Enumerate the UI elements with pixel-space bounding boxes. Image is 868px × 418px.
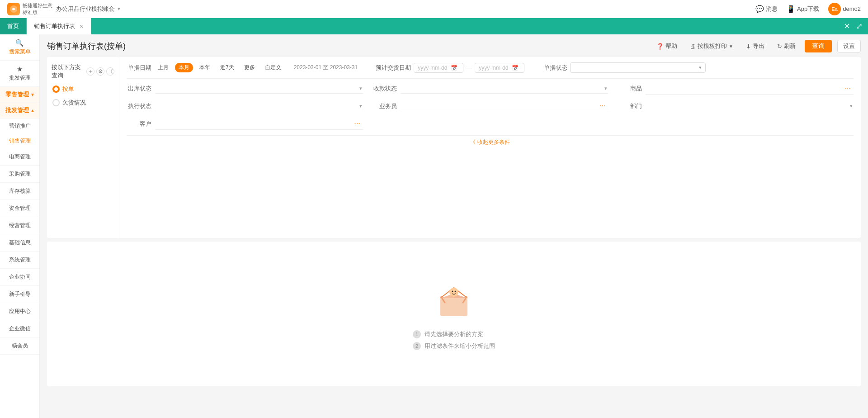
refresh-btn[interactable]: ↻ 刷新 [774, 40, 799, 52]
sidebar-item-wechat[interactable]: 企业微信 [0, 320, 39, 337]
query-btn[interactable]: 查询 [805, 40, 832, 52]
sidebar-item-retail[interactable]: 零售管理 ▾ [0, 87, 39, 103]
payment-status-select[interactable]: ▾ [401, 84, 609, 94]
salesperson-label: 业务员 [372, 102, 397, 110]
filter-payment-status: 收款状态 ▾ [372, 82, 609, 95]
department-select[interactable]: ▾ [646, 101, 854, 111]
window-expand-icon[interactable]: ⤢ [856, 21, 863, 31]
operations-label: 经营管理 [9, 222, 31, 229]
sidebar-item-system[interactable]: 系统管理 [0, 252, 39, 269]
calendar-icon-2: 📅 [512, 65, 519, 71]
sidebar-retail-label: 零售管理 [5, 90, 29, 99]
shortcut-7days[interactable]: 近7天 [217, 63, 238, 72]
scheme-settings-btn[interactable]: ⚙ [96, 67, 104, 76]
avatar-text: Ea [832, 6, 838, 12]
app-download-btn[interactable]: 📱 App下载 [787, 5, 819, 13]
collapse-more-label: 收起更多条件 [477, 138, 510, 146]
sidebar-item-purchase[interactable]: 采购管理 [0, 166, 39, 183]
sidebar-item-marketing[interactable]: 营销推广 [0, 119, 39, 133]
chevron-icon-3: ▾ [359, 103, 362, 109]
empty-icon [431, 278, 476, 323]
settings-btn[interactable]: 设置 [837, 40, 861, 52]
export-icon: ⬇ [746, 43, 751, 50]
filter-salesperson: 业务员 ··· [372, 100, 609, 112]
window-close-icon[interactable]: ✕ [844, 21, 850, 31]
print-icon: 🖨 [690, 43, 696, 50]
inventory-label: 库存核算 [9, 187, 31, 195]
scheme-title: 按以下方案查询 [52, 63, 86, 80]
salesperson-ellipsis-btn[interactable]: ··· [598, 102, 607, 110]
chevron-icon-4: ▾ [850, 103, 853, 109]
expected-end-date[interactable]: yyyy-mm-dd 📅 [475, 63, 524, 73]
scheme-add-btn[interactable]: + [86, 67, 94, 76]
help-icon: ❓ [656, 43, 664, 50]
sidebar-item-appcenter[interactable]: 应用中心 [0, 303, 39, 320]
print-btn[interactable]: 🖨 按模板打印 ▼ [686, 40, 737, 52]
filter-expected-date: 预计交货日期 yyyy-mm-dd 📅 — yyyy-mm-dd 📅 [376, 63, 524, 73]
sidebar-item-operations[interactable]: 经营管理 [0, 217, 39, 234]
user-avatar-area[interactable]: Ea demo2 [828, 3, 861, 15]
sidebar-search[interactable]: 🔍 搜索菜单 [0, 34, 39, 61]
filter-execution-status: 执行状态 ▾ [127, 100, 363, 112]
inner-layout: 按以下方案查询 + ⚙ 《 按单 欠货情况 [47, 57, 861, 238]
product-ellipsis-btn[interactable]: ··· [843, 84, 853, 92]
doc-status-select[interactable]: ▾ [570, 62, 706, 73]
filter-row-3: 执行状态 ▾ 业务员 ··· 部门 [127, 100, 854, 112]
sidebar-item-basic[interactable]: 基础信息 [0, 234, 39, 252]
collapse-icon: 《 [470, 138, 476, 146]
sidebar-wholesale-sub: 营销推广 销售管理 [0, 119, 39, 148]
message-btn[interactable]: 💬 消息 [755, 5, 778, 13]
filter-doc-date: 单据日期 上月 本月 本年 近7天 更多 自定义 [127, 63, 285, 72]
page-title: 销售订单执行表(按单) [47, 41, 126, 52]
sidebar-item-enterprise[interactable]: 企业协同 [0, 269, 39, 286]
tab-close-icon[interactable]: × [80, 23, 83, 30]
sidebar-item-guide[interactable]: 新手引导 [0, 286, 39, 303]
shortcut-last-month[interactable]: 上月 [154, 63, 172, 72]
chevron-icon: ▾ [31, 92, 34, 98]
scheme-item-shortage-label: 欠货情况 [62, 99, 86, 107]
date-range-display: 2023-03-01 至 2023-03-31 [294, 64, 358, 71]
empty-hint-2-text: 用过滤条件来缩小分析范围 [425, 342, 495, 350]
top-nav-label: 办公用品行业模拟账套 [56, 5, 115, 13]
sidebar-item-ecommerce[interactable]: 电商管理 [0, 148, 39, 166]
scheme-item-by-order[interactable]: 按单 [47, 82, 119, 96]
shortcut-custom[interactable]: 自定义 [261, 63, 285, 72]
shortcut-more[interactable]: 更多 [241, 63, 259, 72]
scheme-item-shortage[interactable]: 欠货情况 [47, 96, 119, 109]
collapse-more-btn[interactable]: 《 收起更多条件 [127, 135, 854, 149]
message-icon: 💬 [755, 5, 764, 13]
product-label: 商品 [617, 85, 642, 93]
sidebar-item-finance[interactable]: 资金管理 [0, 200, 39, 217]
logo-area: 畅捷通好生意 标准版 [7, 2, 52, 15]
sidebar-wholesale-label: 批发管理 [5, 106, 29, 114]
svg-point-4 [455, 291, 456, 292]
header-right: 💬 消息 📱 App下载 Ea demo2 [755, 3, 861, 15]
customer-input[interactable]: ··· [155, 118, 363, 130]
basic-label: 基础信息 [9, 239, 31, 247]
tab-bar-right: ✕ ⤢ [838, 18, 868, 34]
logo-icon [7, 3, 20, 15]
top-nav-item[interactable]: 办公用品行业模拟账套 ▼ [56, 5, 121, 13]
help-btn[interactable]: ❓ 帮助 [653, 40, 681, 52]
sidebar-item-wholesale[interactable]: 批发管理 ▴ [0, 103, 39, 119]
product-input[interactable]: ··· [646, 82, 854, 95]
shortcut-this-month[interactable]: 本月 [175, 63, 193, 72]
sidebar-item-sales[interactable]: 销售管理 [0, 133, 39, 148]
expected-start-date[interactable]: yyyy-mm-dd 📅 [414, 63, 463, 73]
export-btn[interactable]: ⬇ 导出 [742, 40, 768, 52]
sidebar-quick-nav[interactable]: ★ 批发管理 [0, 61, 39, 87]
shipping-status-select[interactable]: ▾ [155, 84, 363, 94]
execution-status-select[interactable]: ▾ [155, 101, 363, 111]
svg-point-3 [452, 291, 453, 292]
tab-sales-order[interactable]: 销售订单执行表 × [27, 18, 91, 34]
tab-sales-order-label: 销售订单执行表 [34, 22, 75, 30]
tab-home[interactable]: 首页 [0, 18, 27, 34]
chevron-icon: ▾ [359, 86, 362, 91]
sidebar-item-inventory[interactable]: 库存核算 [0, 183, 39, 200]
scheme-collapse-btn[interactable]: 《 [106, 67, 114, 76]
sidebar-item-member[interactable]: 畅会员 [0, 337, 39, 355]
customer-ellipsis-btn[interactable]: ··· [352, 119, 362, 128]
shortcut-this-year[interactable]: 本年 [196, 63, 214, 72]
salesperson-input[interactable]: ··· [401, 100, 609, 112]
guide-label: 新手引导 [9, 290, 31, 298]
